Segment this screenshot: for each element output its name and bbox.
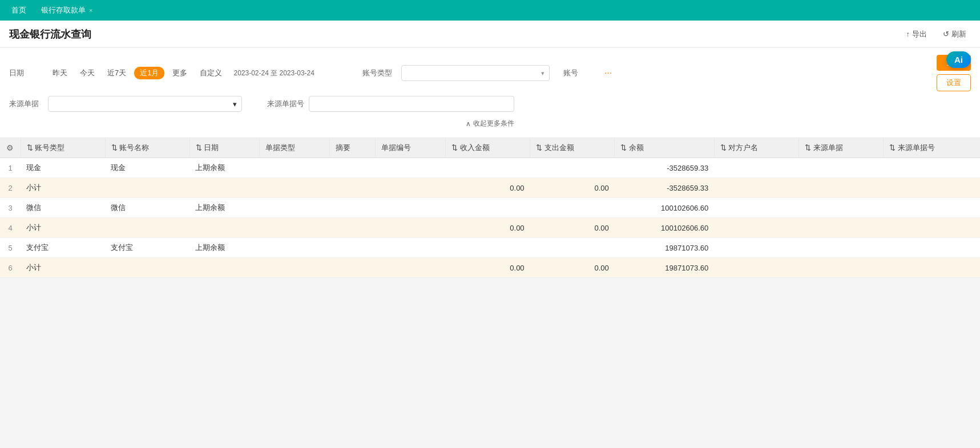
account-type-select[interactable]: ▾ [401,65,550,81]
date-opt-自定义[interactable]: 自定义 [195,67,227,79]
nav-home[interactable]: 首页 [5,2,33,18]
table-row: 5支付宝支付宝上期余额19871073.60 [0,238,980,258]
nav-tab-预收冲应收单[interactable]: 预收冲应收单× [34,18,114,21]
top-nav: 首页 收款单×付款单×其他收入单×应收应付调整单×银行存取款单×预收冲应收单×收… [0,0,980,21]
gear-icon: ⚙ [6,143,14,152]
account-type-label: 账号类型 [362,68,397,78]
col-sort-icon: ⇅ [27,143,33,152]
col-sort-icon: ⇅ [111,143,118,152]
col-source-doc-no[interactable]: ⇅ 来源单据号 [884,138,980,158]
col-source-doc[interactable]: ⇅ 来源单据 [798,138,883,158]
refresh-button[interactable]: ↺ 刷新 [938,27,971,42]
collapse-bar[interactable]: ∧ 收起更多条件 [9,116,971,131]
account-label: 账号 [563,68,598,78]
table-body: 1现金现金上期余额-3528659.332小计0.000.00-3528659.… [0,158,980,278]
col-income[interactable]: ⇅ 收入金额 [445,138,530,158]
source-doc-no-input[interactable] [309,96,514,112]
date-opt-更多[interactable]: 更多 [168,67,192,79]
header-actions: ↑ 导出 ↺ 刷新 [902,27,971,42]
export-icon: ↑ [906,30,910,38]
close-icon[interactable]: × [89,7,92,14]
col-sort-icon: ⇅ [196,143,202,152]
source-doc-select[interactable]: ▾ [48,96,242,112]
col-counterpart[interactable]: ⇅ 对方户名 [714,138,798,158]
filter-section: 日期 昨天今天近7天近1月更多自定义 2023-02-24 至 2023-03-… [9,55,971,131]
col-sort-icon: ⇅ [620,143,627,152]
ai-badge[interactable]: Ai [946,51,971,68]
date-label: 日期 [9,68,43,78]
table-container: ⚙ ⇅ 账号类型 ⇅ 账号名称 ⇅ 日期 单据类型 摘要 单据编号 ⇅ 收入金额… [0,138,980,278]
date-opt-昨天[interactable]: 昨天 [48,67,72,79]
col-doc-type[interactable]: 单据类型 [259,138,329,158]
date-range: 2023-02-24 至 2023-03-24 [233,68,314,78]
table-row: 3微信微信上期余额100102606.60 [0,198,980,218]
col-expense[interactable]: ⇅ 支出金额 [530,138,615,158]
col-doc-no[interactable]: 单据编号 [375,138,445,158]
collapse-icon: ∧ [466,120,471,128]
date-opt-今天[interactable]: 今天 [75,67,99,79]
data-table: ⚙ ⇅ 账号类型 ⇅ 账号名称 ⇅ 日期 单据类型 摘要 单据编号 ⇅ 收入金额… [0,138,980,278]
filter-row-1: 日期 昨天今天近7天近1月更多自定义 2023-02-24 至 2023-03-… [9,55,971,91]
col-account-type[interactable]: ⇅ 账号类型 [21,138,105,158]
account-type-arrow-icon: ▾ [541,70,545,77]
table-header-row: ⚙ ⇅ 账号类型 ⇅ 账号名称 ⇅ 日期 单据类型 摘要 单据编号 ⇅ 收入金额… [0,138,980,158]
col-summary[interactable]: 摘要 [330,138,375,158]
source-doc-filter-group: 来源单据 ▾ [9,96,242,112]
col-settings[interactable]: ⚙ [0,138,21,158]
nav-tabs: 收款单×付款单×其他收入单×应收应付调整单×银行存取款单×预收冲应收单×收款核销… [34,0,114,21]
col-sort-icon: ⇅ [805,143,811,152]
filter-row-2: 来源单据 ▾ 来源单据号 [9,96,971,112]
page-header: 现金银行流水查询 ↑ 导出 ↺ 刷新 [0,21,980,48]
date-opt-近7天[interactable]: 近7天 [103,67,131,79]
date-options: 昨天今天近7天近1月更多自定义 [48,67,227,79]
col-sort-icon: ⇅ [536,143,542,152]
source-doc-no-filter-group: 来源单据号 [267,96,514,112]
table-row: 2小计0.000.00-3528659.33 [0,178,980,198]
table-row: 4小计0.000.00100102606.60 [0,218,980,238]
date-opt-近1月[interactable]: 近1月 [134,67,164,79]
col-date[interactable]: ⇅ 日期 [189,138,259,158]
col-sort-icon: ⇅ [451,143,458,152]
page-title: 现金银行流水查询 [9,27,91,41]
col-account-name[interactable]: ⇅ 账号名称 [105,138,189,158]
table-row: 6小计0.000.0019871073.60 [0,258,980,278]
col-balance[interactable]: ⇅ 余额 [615,138,714,158]
nav-tab-银行存取款单[interactable]: 银行存取款单× [34,2,114,18]
account-no-filter-group: 账号 ··· [563,68,614,78]
refresh-icon: ↺ [943,30,949,38]
account-more-dots[interactable]: ··· [602,68,614,78]
source-doc-arrow-icon: ▾ [233,100,237,108]
setting-button[interactable]: 设置 [937,74,971,91]
filter-area: 日期 昨天今天近7天近1月更多自定义 2023-02-24 至 2023-03-… [0,48,980,138]
col-sort-icon: ⇅ [720,143,727,152]
export-button[interactable]: ↑ 导出 [902,27,932,42]
source-doc-label: 来源单据 [9,99,43,109]
col-sort-icon: ⇅ [889,143,896,152]
account-type-filter-group: 账号类型 ▾ [362,65,550,81]
source-doc-no-label: 来源单据号 [267,99,304,109]
table-row: 1现金现金上期余额-3528659.33 [0,158,980,178]
date-filter-group: 日期 昨天今天近7天近1月更多自定义 2023-02-24 至 2023-03-… [9,67,314,79]
